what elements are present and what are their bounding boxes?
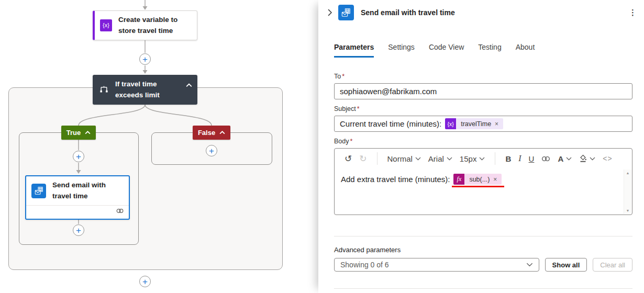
chevron-down-icon xyxy=(447,157,452,161)
tab-code-view[interactable]: Code View xyxy=(429,43,464,58)
chevron-down-icon xyxy=(415,157,421,161)
body-input[interactable]: Add extra travel time (minutes): fx sub(… xyxy=(335,169,632,215)
panel-tabs: Parameters Settings Code View Testing Ab… xyxy=(334,43,632,58)
underline-button[interactable]: U xyxy=(525,151,538,166)
badge-label: False xyxy=(198,129,215,137)
chevron-down-icon xyxy=(526,263,533,267)
to-label: To* xyxy=(334,73,632,80)
advanced-parameters-label: Advanced parameters xyxy=(334,246,632,254)
collapse-panel-button[interactable] xyxy=(324,6,336,19)
insert-step-button-below-send-email[interactable]: + xyxy=(73,224,84,236)
tab-parameters[interactable]: Parameters xyxy=(334,43,374,58)
paragraph-style-dropdown[interactable]: Normal xyxy=(384,151,425,166)
toolbar-divider xyxy=(495,152,495,165)
scroll-up-icon[interactable]: ▲ xyxy=(626,171,630,175)
subject-text: Current travel time (minutes): xyxy=(340,119,441,128)
to-input[interactable] xyxy=(334,83,632,99)
token-label: travelTime xyxy=(461,120,491,128)
font-family-dropdown[interactable]: Arial xyxy=(425,151,456,166)
remove-token-icon[interactable]: × xyxy=(495,120,498,128)
insert-step-button-false-branch[interactable]: + xyxy=(206,145,217,156)
insert-step-button-true-branch[interactable]: + xyxy=(73,151,84,162)
badge-label: True xyxy=(66,129,81,137)
chevron-down-icon xyxy=(566,157,572,161)
chevron-down-icon xyxy=(479,157,485,161)
node-header: Send email with travel time xyxy=(26,176,129,206)
more-menu-button[interactable]: ⋮ xyxy=(629,8,637,17)
subject-field: Subject* Current travel time (minutes): … xyxy=(334,105,632,132)
section-divider xyxy=(334,236,632,236)
editor-scrollbar[interactable]: ▲ ▼ xyxy=(624,170,631,214)
tab-about[interactable]: About xyxy=(516,43,535,58)
action-details-panel: Send email with travel time ⋮ Parameters… xyxy=(318,0,644,293)
node-condition[interactable]: If travel time exceeds limit xyxy=(93,75,197,105)
collapse-chevron-icon[interactable] xyxy=(186,80,192,91)
undo-button[interactable]: ↺ xyxy=(341,151,356,166)
subject-input[interactable]: Current travel time (minutes): {x} trave… xyxy=(334,116,632,132)
tab-testing[interactable]: Testing xyxy=(478,43,501,58)
editor-toolbar: ↺ ↻ Normal Arial 15px xyxy=(335,149,632,169)
node-create-variable[interactable]: {x} Create variable to store travel time xyxy=(93,10,197,40)
chevron-up-icon xyxy=(219,131,225,134)
redo-button[interactable]: ↻ xyxy=(356,151,370,166)
function-icon: fx xyxy=(453,174,464,185)
required-mark: * xyxy=(350,138,353,145)
chevron-up-icon xyxy=(85,131,91,134)
clear-all-button[interactable]: Clear all xyxy=(593,258,632,272)
tab-settings[interactable]: Settings xyxy=(388,43,415,58)
to-field: To* xyxy=(334,73,632,99)
required-mark: * xyxy=(357,105,360,112)
advanced-parameters-dropdown[interactable]: Showing 0 of 6 xyxy=(334,258,539,272)
node-label: Create variable to store travel time xyxy=(118,15,191,37)
scroll-down-icon[interactable]: ▼ xyxy=(626,209,630,212)
italic-button[interactable]: I xyxy=(515,151,525,166)
outlook-icon xyxy=(31,184,46,198)
traveltime-token[interactable]: {x} travelTime × xyxy=(445,118,503,129)
connection-reference-icon[interactable] xyxy=(116,207,124,218)
advanced-parameters-row: Showing 0 of 6 Show all Clear all xyxy=(334,258,632,272)
expression-token[interactable]: fx sub(...) × xyxy=(453,174,502,185)
workflow-canvas: {x} Create variable to store travel time… xyxy=(0,0,318,293)
false-branch-badge[interactable]: False xyxy=(193,126,230,140)
rich-text-editor: ↺ ↻ Normal Arial 15px xyxy=(334,148,632,215)
insert-link-button[interactable] xyxy=(538,151,554,166)
font-color-dropdown[interactable]: A xyxy=(554,151,575,166)
chevron-down-icon xyxy=(590,157,595,161)
panel-title: Send email with travel time xyxy=(361,8,455,17)
body-label: Body* xyxy=(334,138,632,145)
node-label: Send email with travel time xyxy=(52,180,124,202)
dropdown-value: Showing 0 of 6 xyxy=(340,261,389,269)
variable-icon: {x} xyxy=(100,19,112,31)
required-mark: * xyxy=(342,73,345,80)
insert-step-button-after-condition[interactable]: + xyxy=(139,276,151,287)
variable-icon: {x} xyxy=(445,118,456,129)
body-text: Add extra travel time (minutes): xyxy=(341,175,450,184)
body-field: Body* ↺ ↻ Normal Arial 15px xyxy=(334,138,632,215)
panel-header: Send email with travel time ⋮ xyxy=(324,5,637,20)
token-label: sub(...) xyxy=(469,176,490,183)
highlight-icon xyxy=(579,154,587,163)
code-view-button[interactable]: <> xyxy=(599,151,616,166)
node-label: If travel time exceeds limit xyxy=(115,79,183,101)
remove-token-icon[interactable]: × xyxy=(493,176,497,183)
insert-step-button[interactable]: + xyxy=(139,53,151,65)
node-send-email[interactable]: Send email with travel time xyxy=(25,175,130,220)
font-size-dropdown[interactable]: 15px xyxy=(456,151,489,166)
true-branch-badge[interactable]: True xyxy=(61,126,96,140)
outlook-icon xyxy=(338,5,354,20)
connector-lines xyxy=(0,0,318,293)
link-icon xyxy=(541,156,550,162)
subject-label: Subject* xyxy=(334,105,632,112)
show-all-button[interactable]: Show all xyxy=(545,258,587,272)
toolbar-divider xyxy=(377,152,377,165)
condition-icon xyxy=(99,85,109,95)
highlight-color-dropdown[interactable] xyxy=(575,151,599,166)
section-divider xyxy=(334,288,632,289)
bold-button[interactable]: B xyxy=(502,151,515,166)
